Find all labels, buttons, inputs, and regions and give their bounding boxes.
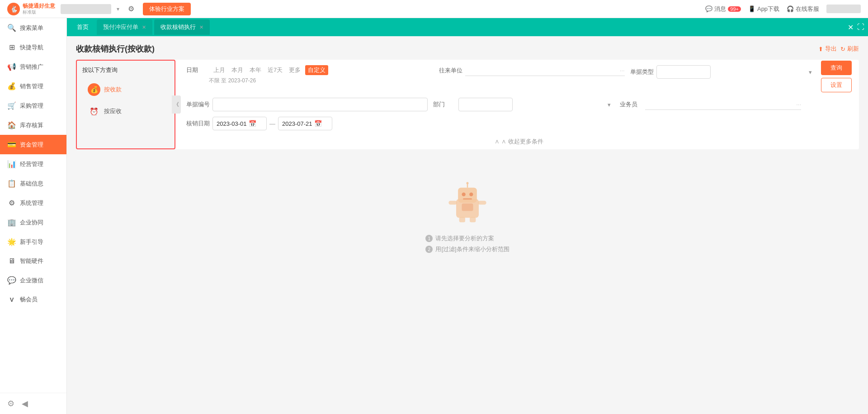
sidebar-collapse-button[interactable]: ◀ xyxy=(22,399,28,409)
doc-type-filter-group: 单据类型 xyxy=(630,65,816,79)
headset-icon: 🎧 xyxy=(787,5,794,12)
message-label: 消息 xyxy=(714,5,726,13)
doc-type-select[interactable] xyxy=(656,65,711,79)
dropdown-icon[interactable]: ▾ xyxy=(117,6,119,12)
svg-rect-9 xyxy=(459,217,465,223)
sidebar-item-search-menu[interactable]: 🔍 搜索菜单 xyxy=(0,18,66,38)
export-button[interactable]: ⬆ 导出 xyxy=(818,45,837,53)
sidebar-label-inventory: 库存核算 xyxy=(20,121,43,129)
doc-no-input[interactable] xyxy=(212,98,428,111)
receipt-option-icon: 💰 xyxy=(88,83,100,96)
sidebar-label-search: 搜索菜单 xyxy=(20,24,43,32)
sidebar-label-system: 系统管理 xyxy=(20,199,43,207)
sidebar-label-operations: 经营管理 xyxy=(20,160,43,168)
sidebar-item-sales[interactable]: 💰 销售管理 xyxy=(0,76,66,96)
inventory-icon: 🏠 xyxy=(7,121,16,129)
sidebar-label-member: 畅会员 xyxy=(20,295,38,304)
collapse-icon: ∧ xyxy=(495,138,500,145)
filter-area: 按以下方查询 💰 按收款 ⏰ 按应收 《 日期 xyxy=(76,60,859,149)
sidebar-item-quick-nav[interactable]: ⊞ 快捷导航 xyxy=(0,38,66,57)
sidebar-item-basics[interactable]: 📋 基础信息 xyxy=(0,174,66,193)
date-shortcuts-row: 日期 上月 本月 本年 近7天 更多 自定义 xyxy=(186,65,434,75)
sidebar-item-enterprise[interactable]: 🏢 企业协同 xyxy=(0,213,66,232)
app-name: 畅捷通好生意 xyxy=(23,3,55,9)
tab-prepay-offset[interactable]: 预付冲应付单 ✕ xyxy=(97,19,152,35)
dept-label: 部门 xyxy=(433,100,456,109)
online-service-button[interactable]: 🎧 在线客服 xyxy=(787,5,819,13)
settings-button[interactable]: 设置 xyxy=(821,78,852,92)
partner-label: 往来单位 xyxy=(439,67,462,75)
empty-illustration xyxy=(445,180,490,225)
tab-receivable-close[interactable]: ✕ xyxy=(199,24,203,30)
collapse-more-conditions[interactable]: ∧ ∧ 收起更多条件 xyxy=(186,136,852,149)
date-shortcut-this-year[interactable]: 本年 xyxy=(248,65,263,75)
tab-prepay-close[interactable]: ✕ xyxy=(142,24,146,30)
refresh-button[interactable]: ↻ 刷新 xyxy=(840,45,859,53)
doc-type-label: 单据类型 xyxy=(630,68,654,76)
date-separator: — xyxy=(269,120,275,127)
sidebar: 🔍 搜索菜单 ⊞ 快捷导航 📢 营销推广 💰 销售管理 🛒 采购管理 🏠 库存核… xyxy=(0,18,67,414)
dept-select[interactable] xyxy=(458,98,513,111)
query-button[interactable]: 查询 xyxy=(821,61,852,75)
sidebar-item-purchase[interactable]: 🛒 采购管理 xyxy=(0,96,66,115)
svg-point-3 xyxy=(469,193,473,196)
filter-option-by-receivable[interactable]: ⏰ 按应收 xyxy=(82,101,169,121)
sidebar-label-wechat: 企业微信 xyxy=(20,276,43,285)
tab-receivable-offset[interactable]: 收款核销执行 ✕ xyxy=(154,19,210,35)
collapse-more-label: ∧ 收起更多条件 xyxy=(501,138,543,145)
tab-receivable-label: 收款核销执行 xyxy=(160,23,196,31)
verify-date-end-input[interactable]: 2023-07-21 📅 xyxy=(278,117,332,130)
solution-button[interactable]: 体验行业方案 xyxy=(143,3,191,15)
message-button[interactable]: 💬 消息 99+ xyxy=(705,5,741,13)
sidebar-label-hardware: 智能硬件 xyxy=(20,257,43,265)
tab-home[interactable]: 首页 xyxy=(71,19,95,35)
sidebar-item-marketing[interactable]: 📢 营销推广 xyxy=(0,57,66,76)
filter-right-form: 日期 上月 本月 本年 近7天 更多 自定义 不限 至 2023-07-26 xyxy=(175,60,859,149)
sidebar-item-guide[interactable]: 🌟 新手引导 xyxy=(0,232,66,252)
dept-filter-group: 部门 xyxy=(433,98,614,111)
calendar-end-icon: 📅 xyxy=(314,120,322,127)
filter-panel-collapse-button[interactable]: 《 xyxy=(172,95,181,114)
sidebar-item-finance[interactable]: 💳 资金管理 xyxy=(0,135,66,154)
basics-icon: 📋 xyxy=(7,179,16,188)
date-shortcut-more[interactable]: 更多 xyxy=(287,65,302,75)
settings-gear-button[interactable]: ⚙ xyxy=(125,3,137,15)
message-badge: 99+ xyxy=(728,6,741,12)
sidebar-item-member[interactable]: V 畅会员 xyxy=(0,290,66,309)
sidebar-label-guide: 新手引导 xyxy=(20,238,43,246)
sidebar-item-wechat[interactable]: 💬 企业微信 xyxy=(0,271,66,290)
receivable-option-icon: ⏰ xyxy=(88,105,100,118)
sidebar-settings-button[interactable]: ⚙ xyxy=(7,399,14,409)
refresh-label: 刷新 xyxy=(847,45,859,53)
system-icon: ⚙ xyxy=(7,199,16,207)
calendar-start-icon: 📅 xyxy=(249,120,256,127)
tab-close-all-button[interactable]: ✕ xyxy=(848,23,854,32)
date-shortcut-last-month[interactable]: 上月 xyxy=(212,65,227,75)
export-icon: ⬆ xyxy=(818,46,823,52)
receipt-option-label: 按收款 xyxy=(104,86,122,94)
date-shortcut-custom[interactable]: 自定义 xyxy=(305,65,328,75)
svg-rect-8 xyxy=(478,201,486,205)
enterprise-icon: 🏢 xyxy=(7,218,16,227)
date-shortcut-this-month[interactable]: 本月 xyxy=(230,65,245,75)
sidebar-item-operations[interactable]: 📊 经营管理 xyxy=(0,154,66,174)
filter-panel-title: 按以下方查询 xyxy=(82,66,169,74)
sidebar-item-hardware[interactable]: 🖥 智能硬件 xyxy=(0,252,66,271)
staff-filter-group: 业务员 ··· xyxy=(620,99,801,110)
tab-fullscreen-button[interactable]: ⛶ xyxy=(857,23,864,31)
app-download-label: App下载 xyxy=(757,5,779,13)
sidebar-item-system[interactable]: ⚙ 系统管理 xyxy=(0,193,66,213)
svg-rect-10 xyxy=(470,217,476,223)
member-icon: V xyxy=(7,296,16,303)
filter-option-by-receipt[interactable]: 💰 按收款 xyxy=(82,80,169,100)
sidebar-item-inventory[interactable]: 🏠 库存核算 xyxy=(0,115,66,135)
app-download-button[interactable]: 📱 App下载 xyxy=(748,5,779,13)
verify-date-start-input[interactable]: 2023-03-01 📅 xyxy=(212,117,267,130)
main-content: 首页 预付冲应付单 ✕ 收款核销执行 ✕ ✕ ⛶ 收款核销执行(按收款) ⬆ 导… xyxy=(67,18,868,414)
date-shortcut-7days[interactable]: 近7天 xyxy=(266,65,284,75)
svg-point-6 xyxy=(467,182,469,184)
export-label: 导出 xyxy=(825,45,837,53)
page-actions: ⬆ 导出 ↻ 刷新 xyxy=(818,45,859,53)
online-service-label: 在线客服 xyxy=(796,5,819,13)
page-title: 收款核销执行(按收款) xyxy=(76,43,155,54)
